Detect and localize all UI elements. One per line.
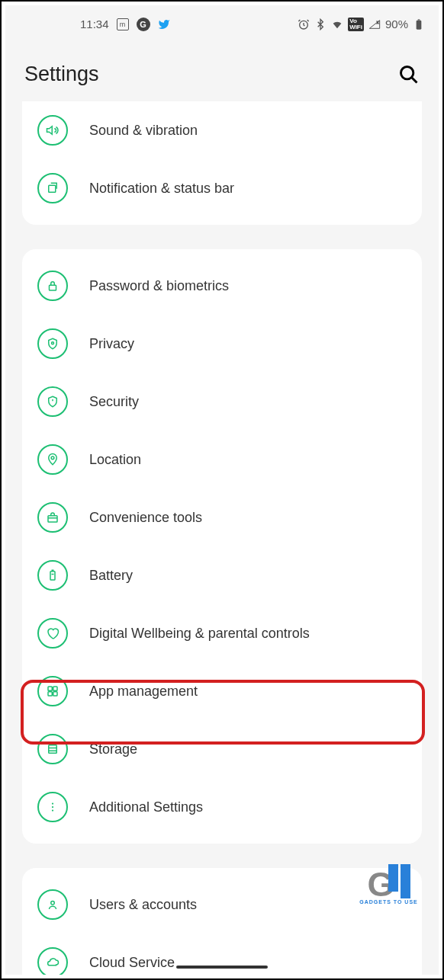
signal-icon: x	[368, 18, 381, 30]
alarm-icon	[298, 18, 310, 30]
settings-item-security[interactable]: Security	[22, 373, 422, 431]
wifi-icon	[331, 18, 343, 30]
svg-rect-7	[50, 285, 56, 290]
svg-point-4	[401, 66, 413, 78]
svg-rect-15	[53, 692, 57, 696]
svg-point-8	[52, 342, 54, 344]
settings-item-label: Additional Settings	[89, 799, 203, 815]
settings-item-label: Storage	[89, 741, 137, 757]
settings-item-label: Convenience tools	[89, 510, 202, 526]
search-icon[interactable]	[398, 64, 420, 85]
settings-item-label: Location	[89, 452, 141, 468]
svg-line-5	[412, 77, 417, 82]
sound-icon	[37, 115, 68, 146]
svg-rect-14	[48, 692, 52, 696]
svg-rect-16	[49, 745, 57, 754]
settings-item-label: Digital Wellbeing & parental controls	[89, 626, 310, 642]
storage-icon	[37, 734, 68, 764]
settings-item-label: Users & accounts	[89, 897, 197, 913]
status-bar: 11:34 m G VoWiFi x 90%	[5, 5, 439, 40]
g-icon: G	[137, 18, 150, 31]
m-icon: m	[117, 18, 129, 30]
svg-rect-6	[49, 185, 56, 192]
svg-rect-12	[48, 687, 52, 690]
svg-point-9	[51, 456, 54, 460]
settings-item-convenience[interactable]: Convenience tools	[22, 488, 422, 546]
settings-item-additional[interactable]: Additional Settings	[22, 778, 422, 836]
bluetooth-icon	[314, 18, 327, 30]
status-time: 11:34	[80, 18, 109, 30]
settings-item-label: Cloud Service	[89, 955, 175, 971]
svg-point-20	[52, 806, 53, 808]
settings-item-label: App management	[89, 684, 198, 700]
settings-item-wellbeing[interactable]: Digital Wellbeing & parental controls	[22, 604, 422, 662]
svg-rect-13	[53, 687, 57, 690]
settings-item-notification[interactable]: Notification & status bar	[22, 159, 422, 217]
home-indicator[interactable]	[176, 966, 268, 969]
settings-item-battery[interactable]: Battery	[22, 546, 422, 604]
settings-item-label: Security	[89, 394, 139, 410]
settings-item-label: Battery	[89, 568, 133, 584]
notification-icon	[37, 173, 68, 203]
privacy-icon	[37, 328, 68, 359]
settings-item-label: Password & biometrics	[89, 278, 229, 294]
svg-point-19	[52, 802, 53, 804]
settings-item-storage[interactable]: Storage	[22, 720, 422, 778]
settings-group-display: Sound & vibration Notification & status …	[22, 101, 422, 225]
settings-item-label: Sound & vibration	[89, 123, 198, 139]
status-right: VoWiFi x 90%	[298, 18, 425, 31]
watermark-text: GADGETS TO USE	[352, 899, 425, 905]
settings-item-location[interactable]: Location	[22, 431, 422, 488]
battery-icon	[37, 560, 68, 591]
cloud-icon	[37, 947, 68, 975]
page-title: Settings	[24, 62, 99, 86]
settings-content: Sound & vibration Notification & status …	[5, 101, 439, 975]
twitter-icon	[158, 18, 170, 30]
settings-item-sound[interactable]: Sound & vibration	[22, 101, 422, 159]
battery-icon	[413, 18, 425, 30]
vowifi-icon: VoWiFi	[348, 18, 364, 31]
settings-item-password[interactable]: Password & biometrics	[22, 257, 422, 315]
settings-item-privacy[interactable]: Privacy	[22, 315, 422, 373]
settings-group-privacy: Password & biometrics Privacy Security L…	[22, 249, 422, 844]
shield-icon	[37, 386, 68, 417]
heart-icon	[37, 618, 68, 649]
svg-point-22	[51, 902, 55, 905]
svg-rect-3	[418, 19, 420, 20]
status-left: 11:34 m G	[19, 18, 170, 31]
svg-rect-11	[50, 572, 55, 580]
svg-rect-2	[417, 20, 422, 29]
watermark: G GADGETS TO USE	[352, 864, 425, 921]
settings-item-label: Notification & status bar	[89, 181, 234, 197]
battery-percentage: 90%	[385, 18, 408, 30]
settings-item-label: Privacy	[89, 336, 134, 352]
settings-header: Settings	[5, 40, 439, 105]
apps-icon	[37, 676, 68, 706]
svg-rect-10	[48, 516, 57, 522]
more-icon	[37, 792, 68, 822]
user-icon	[37, 889, 68, 920]
settings-item-app-management[interactable]: App management	[22, 662, 422, 720]
svg-point-21	[52, 809, 53, 811]
lock-icon	[37, 271, 68, 301]
toolbox-icon	[37, 502, 68, 533]
svg-text:x: x	[377, 19, 379, 24]
location-icon	[37, 444, 68, 475]
